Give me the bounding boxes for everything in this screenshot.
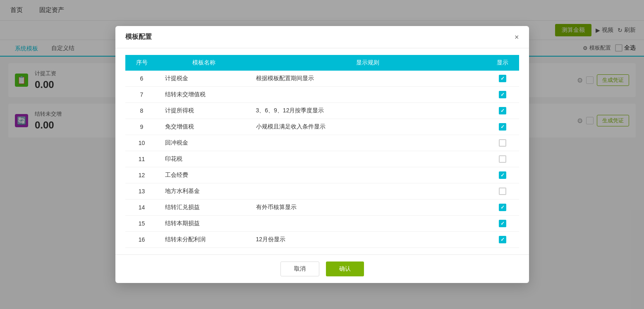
display-checkbox[interactable] (499, 91, 506, 98)
cell-rule: 有外币核算显示 (249, 200, 486, 216)
display-checkbox[interactable] (499, 123, 506, 131)
col-rule: 显示规则 (249, 55, 486, 71)
cell-display (486, 135, 519, 151)
cell-name: 结转未交增值税 (158, 87, 249, 103)
cell-index: 12 (125, 167, 158, 183)
dialog-header: 模板配置 × (115, 26, 529, 48)
display-checkbox[interactable] (499, 139, 506, 147)
cell-index: 9 (125, 119, 158, 135)
table-row: 12工会经费 (125, 167, 519, 183)
dialog-footer: 取消 确认 (115, 254, 529, 283)
cell-display (486, 119, 519, 135)
confirm-button[interactable]: 确认 (326, 261, 364, 276)
cell-index: 14 (125, 200, 158, 216)
cell-rule: 小规模且满足收入条件显示 (249, 119, 486, 135)
cell-display (486, 151, 519, 167)
cell-rule: 3、6、9、12月按季度显示 (249, 103, 486, 119)
cell-rule (249, 135, 486, 151)
cell-display (486, 200, 519, 216)
cell-display (486, 71, 519, 87)
cell-index: 13 (125, 183, 158, 200)
cell-index: 15 (125, 216, 158, 232)
display-checkbox[interactable] (499, 75, 506, 82)
template-config-dialog: 模板配置 × 序号 模板名称 显示规则 显示 6计提税金根据模板配置期间显示7结… (115, 26, 529, 283)
cell-name: 印花税 (158, 151, 249, 167)
table-row: 14结转汇兑损益有外币核算显示 (125, 200, 519, 216)
cell-display (486, 232, 519, 248)
cell-name: 免交增值税 (158, 119, 249, 135)
cell-index: 11 (125, 151, 158, 167)
cell-name: 计提税金 (158, 71, 249, 87)
cell-name: 结转本期损益 (158, 216, 249, 232)
cell-rule (249, 167, 486, 183)
cell-name: 工会经费 (158, 167, 249, 183)
display-checkbox[interactable] (499, 236, 506, 243)
display-checkbox[interactable] (499, 204, 506, 211)
table-row: 9免交增值税小规模且满足收入条件显示 (125, 119, 519, 135)
table-row: 10回冲税金 (125, 135, 519, 151)
cell-index: 8 (125, 103, 158, 119)
cell-display (486, 103, 519, 119)
cancel-button[interactable]: 取消 (280, 261, 319, 276)
cell-rule (249, 87, 486, 103)
cell-rule (249, 151, 486, 167)
cell-rule (249, 216, 486, 232)
cell-index: 6 (125, 71, 158, 87)
cell-index: 7 (125, 87, 158, 103)
cell-index: 10 (125, 135, 158, 151)
cell-display (486, 183, 519, 200)
cell-display (486, 87, 519, 103)
cell-name: 结转未分配利润 (158, 232, 249, 248)
cell-rule: 根据模板配置期间显示 (249, 71, 486, 87)
display-checkbox[interactable] (499, 171, 506, 179)
cell-name: 结转汇兑损益 (158, 200, 249, 216)
display-checkbox[interactable] (499, 107, 506, 114)
table-row: 6计提税金根据模板配置期间显示 (125, 71, 519, 87)
config-table: 序号 模板名称 显示规则 显示 6计提税金根据模板配置期间显示7结转未交增值税8… (125, 55, 519, 248)
col-display: 显示 (486, 55, 519, 71)
display-checkbox[interactable] (499, 220, 506, 227)
col-name: 模板名称 (158, 55, 249, 71)
col-index: 序号 (125, 55, 158, 71)
dialog-overlay: 模板配置 × 序号 模板名称 显示规则 显示 6计提税金根据模板配置期间显示7结… (0, 0, 644, 309)
dialog-close-button[interactable]: × (515, 33, 519, 41)
display-checkbox[interactable] (499, 155, 506, 163)
cell-name: 计提所得税 (158, 103, 249, 119)
table-row: 11印花税 (125, 151, 519, 167)
cell-name: 回冲税金 (158, 135, 249, 151)
cell-display (486, 167, 519, 183)
table-row: 8计提所得税3、6、9、12月按季度显示 (125, 103, 519, 119)
table-row: 7结转未交增值税 (125, 87, 519, 103)
cell-index: 16 (125, 232, 158, 248)
table-row: 15结转本期损益 (125, 216, 519, 232)
dialog-body: 序号 模板名称 显示规则 显示 6计提税金根据模板配置期间显示7结转未交增值税8… (115, 48, 529, 254)
cell-rule (249, 183, 486, 200)
table-header: 序号 模板名称 显示规则 显示 (125, 55, 519, 71)
cell-name: 地方水利基金 (158, 183, 249, 200)
dialog-title: 模板配置 (125, 33, 152, 41)
table-row: 16结转未分配利润12月份显示 (125, 232, 519, 248)
cell-rule: 12月份显示 (249, 232, 486, 248)
display-checkbox[interactable] (499, 188, 506, 195)
table-row: 13地方水利基金 (125, 183, 519, 200)
cell-display (486, 216, 519, 232)
table-body: 6计提税金根据模板配置期间显示7结转未交增值税8计提所得税3、6、9、12月按季… (125, 71, 519, 248)
